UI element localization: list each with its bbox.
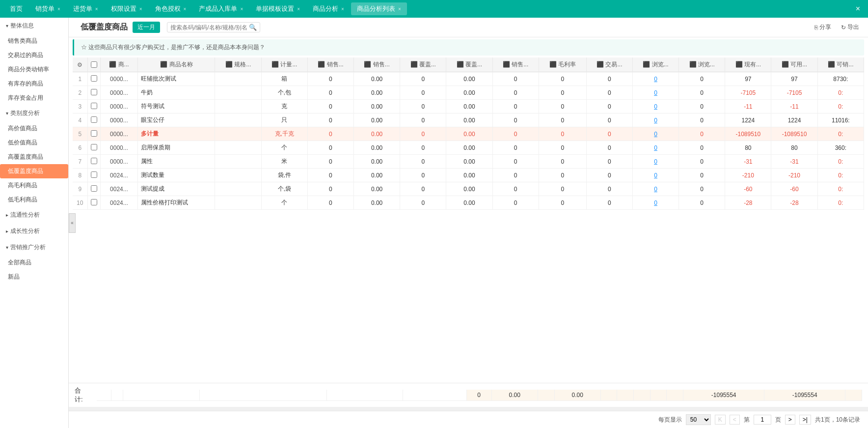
row-select-checkbox[interactable] [91,185,97,192]
sidebar-collapse-btn[interactable]: « [69,213,76,233]
nav-finished-goods[interactable]: 产成品入库单 × [193,2,249,15]
row-checkbox[interactable] [87,169,100,182]
row-browse1[interactable]: 0 [632,141,678,155]
nav-close-finished-goods[interactable]: × [240,6,243,12]
row-checkbox[interactable] [87,141,100,155]
search-input[interactable] [170,24,249,31]
row-available: 80 [771,141,817,155]
nav-close-purchase[interactable]: × [95,6,98,12]
nav-home[interactable]: 首页 [4,2,28,15]
sidebar-item-new-goods[interactable]: 新品 [0,270,68,284]
row-sales2: 0 [492,141,539,155]
browse1-link[interactable]: 0 [654,186,657,193]
nav-permissions[interactable]: 权限设置 × [105,2,148,15]
sidebar-section-overall[interactable]: ▾ 整体信息 [0,18,68,34]
nav-sales[interactable]: 销货单 × [29,2,66,15]
row-browse1[interactable]: 0 [632,114,678,127]
sidebar-item-high-value[interactable]: 高价值商品 [0,121,68,136]
share-button[interactable]: ⎘ 分享 [812,22,834,32]
row-checkbox[interactable] [87,114,100,127]
nav-roles[interactable]: 角色授权 × [149,2,192,15]
row-trade: 0 [586,100,632,114]
close-all-tabs[interactable]: × [852,2,864,15]
sidebar-item-all-goods[interactable]: 全部商品 [0,256,68,270]
row-browse1[interactable]: 0 [632,169,678,182]
row-current: 1224 [725,114,771,127]
nav-close-permissions[interactable]: × [139,6,142,12]
row-browse1[interactable]: 0 [632,127,678,141]
period-button[interactable]: 近一月 [133,22,160,33]
browse1-link[interactable]: 0 [654,172,657,179]
nav-close-product-analysis[interactable]: × [341,6,344,12]
nav-product-analysis[interactable]: 商品分析 × [307,2,350,15]
nav-close-template-settings[interactable]: × [297,6,300,12]
browse1-link[interactable]: 0 [654,76,657,83]
settings-icon[interactable]: ⚙ [77,61,82,68]
sidebar-section-category[interactable]: ▾ 类别度分析 [0,105,68,121]
browse1-link[interactable]: 0 [654,117,657,124]
next-page-btn[interactable]: > [785,415,795,425]
table-container[interactable]: ⚙ ⬛ 商... ⬛ 商品名称 ⬛ 规格... ⬛ 计量... ⬛ 销售... … [69,57,868,383]
row-select-checkbox[interactable] [91,171,97,178]
nav-close-sales[interactable]: × [57,6,60,12]
per-page-select[interactable]: 50 20 100 200 [686,414,711,425]
sidebar-item-inventory-capital[interactable]: 库存资金占用 [0,91,68,105]
browse1-link[interactable]: 0 [654,131,657,138]
row-select-checkbox[interactable] [91,130,97,137]
sidebar-item-high-margin[interactable]: 高毛利商品 [0,178,68,193]
sidebar-item-low-coverage[interactable]: 低覆盖度商品 [0,164,68,178]
row-browse1[interactable]: 0 [632,86,678,100]
nav-close-roles[interactable]: × [184,6,187,12]
row-select-checkbox[interactable] [91,103,97,109]
col-checkbox[interactable] [87,57,100,72]
horizontal-scrollbar[interactable] [69,407,868,411]
row-current: -28 [725,196,771,210]
row-select-checkbox[interactable] [91,199,97,205]
sidebar-item-category-turnover[interactable]: 商品分类动销率 [0,62,68,77]
row-checkbox[interactable] [87,196,100,210]
browse1-link[interactable]: 0 [654,144,657,151]
sidebar-section-growth[interactable]: ▸ 成长性分析 [0,223,68,239]
row-num: 2 [73,86,87,100]
sidebar-item-high-coverage[interactable]: 高覆盖度商品 [0,150,68,164]
row-checkbox[interactable] [87,86,100,100]
row-select-checkbox[interactable] [91,144,97,150]
export-button[interactable]: ↻ 导出 [838,22,862,32]
row-select-checkbox[interactable] [91,89,97,95]
row-select-checkbox[interactable] [91,158,97,164]
sidebar-section-liquidity[interactable]: ▸ 流通性分析 [0,207,68,223]
sidebar-item-stocked-goods[interactable]: 有库存的商品 [0,77,68,91]
browse1-link[interactable]: 0 [654,158,657,165]
prev-page-btn[interactable]: < [730,415,740,425]
row-checkbox[interactable] [87,155,100,169]
sidebar-item-low-value[interactable]: 低价值商品 [0,136,68,150]
row-checkbox[interactable] [87,182,100,196]
row-checkbox[interactable] [87,100,100,114]
row-browse1[interactable]: 0 [632,100,678,114]
row-browse1[interactable]: 0 [632,72,678,86]
row-checkbox[interactable] [87,72,100,86]
select-all-checkbox[interactable] [91,61,97,68]
browse1-link[interactable]: 0 [654,103,657,110]
page-number-input[interactable] [754,415,771,425]
sidebar-section-marketing[interactable]: ▾ 营销推广分析 [0,239,68,256]
last-page-btn[interactable]: >| [799,415,811,425]
sidebar-item-traded-goods[interactable]: 交易过的商品 [0,48,68,62]
row-select-checkbox[interactable] [91,116,97,123]
sidebar-item-low-margin[interactable]: 低毛利商品 [0,193,68,207]
row-select-checkbox[interactable] [91,75,97,82]
browse1-link[interactable]: 0 [654,89,657,96]
row-checkbox[interactable] [87,127,100,141]
nav-product-analysis-list[interactable]: 商品分析列表 × [351,2,407,15]
nav-purchase[interactable]: 进货单 × [67,2,104,15]
first-page-btn[interactable]: K [715,415,726,425]
row-browse1[interactable]: 0 [632,182,678,196]
browse1-link[interactable]: 0 [654,200,657,206]
col-settings[interactable]: ⚙ [73,57,87,72]
nav-template-settings[interactable]: 单据模板设置 × [250,2,306,15]
row-browse1[interactable]: 0 [632,155,678,169]
row-browse1[interactable]: 0 [632,196,678,210]
nav-close-product-analysis-list[interactable]: × [398,6,401,12]
row-code: 0000... [100,127,138,141]
sidebar-item-sales-goods[interactable]: 销售类商品 [0,34,68,48]
